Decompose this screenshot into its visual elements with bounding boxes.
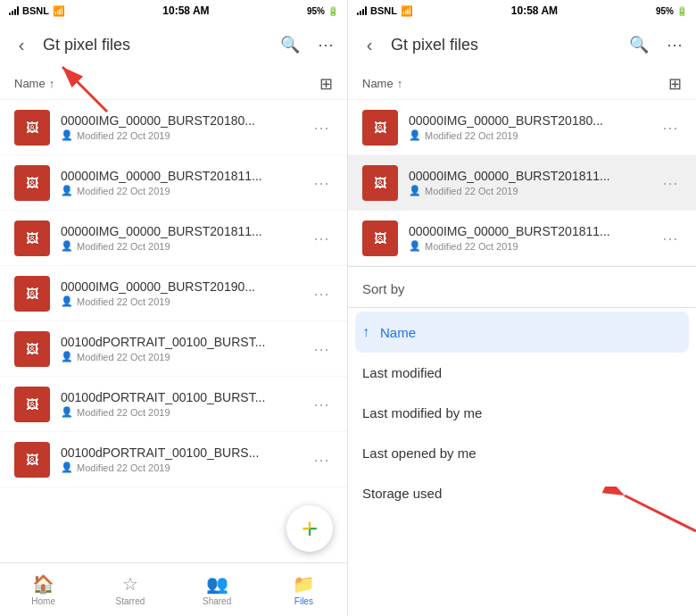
name-sort-label-left[interactable]: Name ↑	[14, 77, 54, 90]
sort-option-last-opened-by-me[interactable]: Last opened by me	[348, 433, 696, 473]
file-info-2: 00000IMG_00000_BURST201811... 👤 Modified…	[61, 224, 310, 252]
files-icon-left: 📁	[293, 573, 315, 595]
file-more-6[interactable]: ⋯	[310, 446, 333, 473]
file-item-5[interactable]: 🖼 00100dPORTRAIT_00100_BURST... 👤 Modifi…	[0, 377, 347, 432]
file-name-5: 00100dPORTRAIT_00100_BURST...	[61, 390, 310, 404]
carrier-signal-right: BSNL 📶	[357, 5, 413, 17]
status-bar-left: BSNL 📶 10:58 AM 95% 🔋	[0, 0, 347, 21]
more-icon-right: ⋯	[667, 35, 683, 54]
file-meta-0: 👤 Modified 22 Oct 2019	[61, 129, 310, 141]
file-info-4: 00100dPORTRAIT_00100_BURST... 👤 Modified…	[61, 335, 310, 362]
battery-percent-right: 95%	[656, 6, 674, 16]
time-right: 10:58 AM	[511, 4, 558, 17]
shared-icon-5: 👤	[61, 406, 73, 418]
file-more-3[interactable]: ⋯	[310, 280, 333, 307]
search-icon-left: 🔍	[280, 35, 300, 54]
right-panel: BSNL 📶 10:58 AM 95% 🔋 ‹ Gt pixel files 🔍…	[348, 0, 696, 616]
fab-add-button[interactable]: +	[286, 505, 333, 552]
file-more-4[interactable]: ⋯	[310, 336, 333, 362]
wifi-icon-right: 📶	[401, 5, 413, 17]
right-file-name-2: 00000IMG_00000_BURST201811...	[409, 224, 659, 238]
more-button-left[interactable]: ⋯	[311, 30, 340, 59]
name-sort-label-right[interactable]: Name ↑	[362, 77, 402, 90]
battery-icon-right: 🔋	[676, 6, 687, 16]
sort-up-icon: ↑	[362, 324, 369, 340]
nav-starred-label-left: Starred	[115, 596, 145, 606]
file-item-4[interactable]: 🖼 00100dPORTRAIT_00100_BURST... 👤 Modifi…	[0, 321, 347, 377]
battery-area-right: 95% 🔋	[656, 6, 687, 16]
right-file-info-2: 00000IMG_00000_BURST201811... 👤 Modified…	[409, 224, 659, 252]
carrier-right: BSNL	[370, 5, 397, 16]
sort-option-last-modified[interactable]: Last modified	[348, 353, 696, 393]
file-item-6[interactable]: 🖼 00100dPORTRAIT_00100_BURS... 👤 Modifie…	[0, 432, 347, 487]
sort-option-last-modified-by-me[interactable]: Last modified by me	[348, 393, 696, 433]
svg-line-3	[625, 495, 696, 531]
file-thumb-4: 🖼	[14, 331, 50, 367]
file-name-4: 00100dPORTRAIT_00100_BURST...	[61, 335, 310, 349]
left-panel: BSNL 📶 10:58 AM 95% 🔋 ‹ Gt pixel files 🔍…	[0, 0, 348, 616]
file-thumb-3: 🖼	[14, 276, 50, 312]
file-name-0: 00000IMG_00000_BURST20180...	[61, 113, 310, 128]
grid-view-button-left[interactable]: ⊞	[319, 74, 333, 94]
battery-percent-left: 95%	[307, 6, 325, 16]
right-file-thumb-0: 🖼	[362, 110, 398, 146]
sort-last-opened-by-me-label: Last opened by me	[362, 445, 476, 461]
file-more-0[interactable]: ⋯	[310, 114, 333, 141]
back-button-right[interactable]: ‹	[355, 30, 384, 59]
file-item-2[interactable]: 🖼 00000IMG_00000_BURST201811... 👤 Modifi…	[0, 211, 347, 266]
page-title-left: Gt pixel files	[43, 36, 269, 54]
file-info-1: 00000IMG_00000_BURST201811... 👤 Modified…	[61, 169, 310, 196]
nav-home-label-left: Home	[31, 596, 55, 606]
file-item-3[interactable]: 🖼 00000IMG_00000_BURST20190... 👤 Modifie…	[0, 266, 347, 321]
right-file-more-2[interactable]: ⋯	[659, 225, 682, 252]
grid-view-button-right[interactable]: ⊞	[668, 74, 682, 94]
right-shared-icon-2: 👤	[409, 240, 421, 252]
file-meta-6: 👤 Modified 22 Oct 2019	[61, 462, 310, 473]
nav-starred-left[interactable]: ☆ Starred	[87, 563, 173, 616]
sort-divider	[348, 307, 696, 308]
shared-icon-0: 👤	[61, 129, 73, 141]
file-info-3: 00000IMG_00000_BURST20190... 👤 Modified …	[61, 279, 310, 307]
file-item-0[interactable]: 🖼 00000IMG_00000_BURST20180... 👤 Modifie…	[0, 100, 347, 155]
sort-option-storage-used[interactable]: Storage used	[348, 473, 696, 513]
file-name-1: 00000IMG_00000_BURST201811...	[61, 169, 310, 183]
sort-storage-used-label: Storage used	[362, 486, 442, 501]
shared-icon-3: 👤	[61, 296, 73, 307]
right-file-item-2[interactable]: 🖼 00000IMG_00000_BURST201811... 👤 Modifi…	[348, 211, 696, 266]
back-button-left[interactable]: ‹	[7, 30, 36, 59]
sort-last-modified-label: Last modified	[362, 365, 442, 380]
right-file-more-1[interactable]: ⋯	[659, 170, 682, 196]
file-more-1[interactable]: ⋯	[310, 170, 333, 196]
file-more-5[interactable]: ⋯	[310, 391, 333, 418]
right-file-list-wrapper: 🖼 00000IMG_00000_BURST20180... 👤 Modifie…	[348, 100, 696, 267]
carrier-left: BSNL	[22, 5, 49, 16]
shared-icon-2: 👤	[61, 240, 73, 252]
name-text-right: Name	[362, 77, 394, 90]
more-button-right[interactable]: ⋯	[660, 30, 689, 59]
carrier-signal-left: BSNL 📶	[9, 5, 65, 17]
right-file-more-0[interactable]: ⋯	[659, 114, 682, 141]
file-meta-1: 👤 Modified 22 Oct 2019	[61, 185, 310, 196]
right-shared-icon-0: 👤	[409, 129, 421, 141]
sort-last-modified-by-me-label: Last modified by me	[362, 405, 482, 420]
file-more-2[interactable]: ⋯	[310, 225, 333, 252]
sort-option-name[interactable]: ↑ Name	[355, 312, 689, 353]
nav-home-left[interactable]: 🏠 Home	[0, 563, 87, 616]
fab-plus-icon: +	[302, 512, 319, 545]
file-name-6: 00100dPORTRAIT_00100_BURS...	[61, 445, 310, 460]
nav-files-left[interactable]: 📁 Files	[261, 563, 347, 616]
right-file-name-1: 00000IMG_00000_BURST201811...	[409, 169, 659, 183]
file-thumb-0: 🖼	[14, 110, 50, 146]
status-bar-right: BSNL 📶 10:58 AM 95% 🔋	[348, 0, 696, 21]
right-file-info-1: 00000IMG_00000_BURST201811... 👤 Modified…	[409, 169, 659, 196]
right-shared-icon-1: 👤	[409, 185, 421, 196]
more-icon-left: ⋯	[318, 35, 334, 54]
right-file-item-1[interactable]: 🖼 00000IMG_00000_BURST201811... 👤 Modifi…	[348, 155, 696, 211]
file-item-1[interactable]: 🖼 00000IMG_00000_BURST201811... 👤 Modifi…	[0, 155, 347, 211]
shared-icon-1: 👤	[61, 185, 73, 196]
search-button-left[interactable]: 🔍	[276, 30, 304, 59]
annotation-arrow-right	[598, 487, 696, 540]
right-file-item-0[interactable]: 🖼 00000IMG_00000_BURST20180... 👤 Modifie…	[348, 100, 696, 155]
nav-shared-left[interactable]: 👥 Shared	[174, 563, 261, 616]
search-button-right[interactable]: 🔍	[625, 30, 653, 59]
